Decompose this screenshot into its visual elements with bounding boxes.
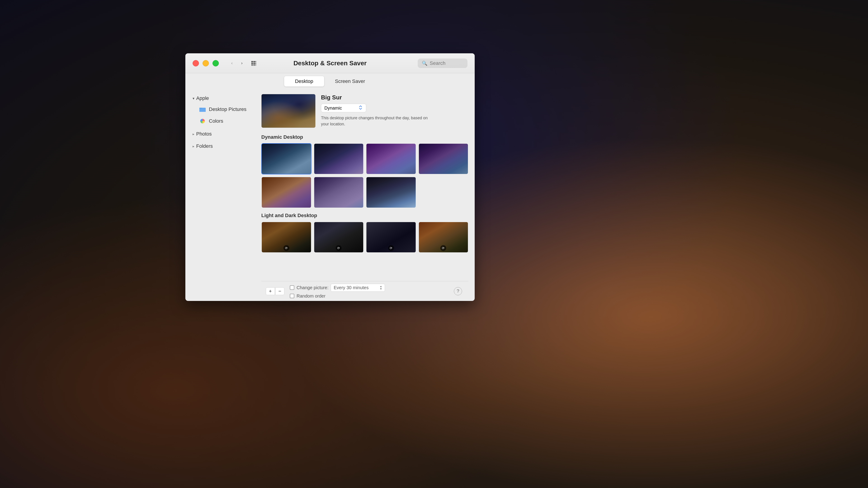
gallery-grid-dark: ⟳ ⟳ ⟳ ⟳ — [261, 222, 468, 253]
gallery-item[interactable]: ⟳ — [418, 222, 469, 253]
remove-button[interactable]: − — [275, 287, 284, 295]
close-button[interactable] — [193, 60, 199, 66]
sidebar-item-colors[interactable]: Colors — [187, 115, 256, 127]
sidebar-section-apple: ▾ Apple Desktop Pictures — [185, 93, 258, 127]
sidebar-apple-label: Apple — [196, 95, 209, 101]
back-button[interactable]: ‹ — [228, 59, 236, 67]
gallery-item[interactable] — [314, 143, 364, 174]
window-title: Desktop & Screen Saver — [293, 60, 367, 67]
gallery-item[interactable] — [418, 143, 469, 174]
add-remove-buttons: + − — [266, 287, 284, 295]
wallpaper-name: Big Sur — [321, 94, 468, 101]
sidebar-item-apple[interactable]: ▾ Apple — [187, 93, 256, 103]
gallery-item[interactable] — [366, 143, 416, 174]
maximize-button[interactable] — [213, 60, 219, 66]
tab-desktop[interactable]: Desktop — [284, 76, 324, 87]
change-picture-row: Change picture: Every 30 minutes ▲ ▼ — [290, 284, 448, 292]
wallpaper-thumbnail: ⟳ — [366, 222, 416, 252]
search-icon: 🔍 — [422, 61, 428, 66]
dynamic-option-label: Dynamic — [324, 105, 342, 111]
svg-rect-4 — [253, 63, 255, 65]
sidebar-item-desktop-pictures[interactable]: Desktop Pictures — [187, 103, 256, 115]
sync-icon: ⟳ — [388, 245, 394, 251]
gallery-item[interactable]: ⟳ — [366, 222, 416, 253]
wallpaper-thumbnail — [262, 177, 311, 207]
main-window: ‹ › Desktop & Screen Saver 🔍 Desktop S — [185, 53, 475, 301]
gallery-item[interactable] — [314, 177, 364, 208]
wallpaper-thumbnail: ⟳ — [262, 222, 311, 252]
sync-icon: ⟳ — [440, 245, 446, 251]
sidebar-item-photos[interactable]: ▸ Photos — [187, 129, 256, 139]
stepper-up[interactable]: ▲ — [380, 285, 382, 288]
svg-rect-11 — [199, 108, 206, 112]
preview-info: Big Sur Dynamic This desktop picture cha… — [321, 94, 468, 127]
sidebar-section-folders: ▸ Folders — [185, 141, 258, 151]
desktop-pictures-label: Desktop Pictures — [209, 106, 246, 112]
gallery-item[interactable]: ⟳ — [314, 222, 364, 253]
sync-icon: ⟳ — [283, 245, 289, 251]
random-order-row: Random order — [290, 293, 448, 299]
titlebar: ‹ › Desktop & Screen Saver 🔍 — [185, 53, 475, 73]
gallery: Dynamic Desktop — [261, 132, 468, 281]
arrow-icon: ▾ — [193, 96, 194, 101]
right-panel: Big Sur Dynamic This desktop picture cha… — [258, 90, 475, 301]
tab-screen-saver[interactable]: Screen Saver — [324, 76, 376, 87]
folders-label: Folders — [196, 143, 213, 149]
dynamic-select[interactable]: Dynamic — [321, 104, 366, 112]
svg-rect-3 — [251, 63, 253, 65]
wallpaper-thumbnail — [366, 177, 416, 207]
svg-rect-5 — [255, 63, 256, 65]
search-box[interactable]: 🔍 — [418, 59, 467, 68]
add-button[interactable]: + — [266, 287, 275, 295]
sync-icon: ⟳ — [336, 245, 342, 251]
minimize-button[interactable] — [203, 60, 209, 66]
stepper[interactable]: ▲ ▼ — [380, 285, 382, 290]
interval-select[interactable]: Every 30 minutes ▲ ▼ — [331, 284, 385, 292]
wallpaper-thumbnail — [419, 144, 468, 174]
gallery-section-title-dark: Light and Dark Desktop — [261, 213, 468, 219]
bottom-bar: + − Change picture: Every 30 minutes ▲ ▼ — [261, 281, 468, 301]
sidebar-section-photos: ▸ Photos — [185, 129, 258, 139]
stepper-down[interactable]: ▼ — [380, 288, 382, 290]
colors-label: Colors — [209, 118, 223, 124]
wallpaper-thumbnail — [262, 144, 311, 174]
gallery-item[interactable]: ⟳ — [261, 222, 311, 253]
random-order-checkbox[interactable] — [290, 294, 294, 298]
preview-area: Big Sur Dynamic This desktop picture cha… — [261, 94, 468, 128]
grid-button[interactable] — [250, 59, 258, 67]
gallery-section-title-dynamic: Dynamic Desktop — [261, 134, 468, 140]
gallery-item[interactable] — [261, 143, 311, 174]
nav-buttons: ‹ › — [228, 59, 246, 67]
gallery-item[interactable] — [261, 177, 311, 208]
traffic-lights — [193, 60, 219, 66]
wallpaper-description: This desktop picture changes throughout … — [321, 115, 434, 127]
change-picture-checkbox[interactable] — [290, 285, 294, 290]
interval-label: Every 30 minutes — [334, 285, 369, 290]
folder-icon — [199, 106, 206, 113]
help-button[interactable]: ? — [454, 287, 462, 295]
preview-thumbnail — [261, 94, 315, 128]
tab-bar: Desktop Screen Saver — [185, 73, 475, 90]
random-order-label: Random order — [297, 293, 326, 299]
change-picture-label: Change picture: — [297, 285, 329, 290]
svg-rect-8 — [255, 65, 256, 66]
wallpaper-thumbnail — [314, 144, 364, 174]
forward-button[interactable]: › — [238, 59, 246, 67]
photos-label: Photos — [196, 131, 212, 137]
photos-arrow-icon: ▸ — [193, 132, 194, 136]
search-input[interactable] — [430, 60, 463, 66]
wallpaper-thumbnail: ⟳ — [419, 222, 468, 252]
sidebar-item-folders[interactable]: ▸ Folders — [187, 141, 256, 151]
colors-icon — [199, 118, 206, 125]
gallery-item[interactable] — [366, 177, 416, 208]
select-arrow-icon — [358, 105, 363, 111]
content-area: ▾ Apple Desktop Pictures — [185, 90, 475, 301]
wallpaper-thumbnail — [366, 144, 416, 174]
wallpaper-thumbnail — [314, 177, 364, 207]
gallery-grid-dynamic — [261, 143, 468, 208]
svg-rect-2 — [255, 61, 256, 63]
sidebar: ▾ Apple Desktop Pictures — [185, 90, 258, 301]
wallpaper-thumbnail: ⟳ — [314, 222, 364, 252]
folders-arrow-icon: ▸ — [193, 144, 194, 149]
svg-rect-1 — [253, 61, 255, 63]
